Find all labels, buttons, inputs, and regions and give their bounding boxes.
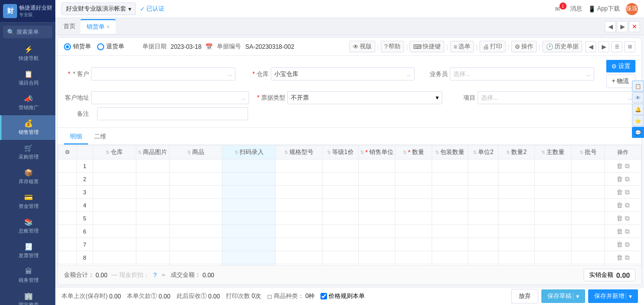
row-7-qty[interactable] bbox=[395, 238, 432, 251]
row-4-img[interactable] bbox=[136, 199, 169, 212]
row-1-main[interactable] bbox=[535, 160, 572, 173]
sidebar-item-tax[interactable]: 🏛 税务管理 bbox=[0, 263, 55, 288]
row-2-pack[interactable] bbox=[432, 173, 468, 186]
note-input[interactable] bbox=[97, 107, 248, 120]
row-8-main[interactable] bbox=[535, 251, 572, 264]
row-6-grade[interactable] bbox=[322, 225, 359, 238]
row-8-qty[interactable] bbox=[395, 251, 432, 264]
row-8-warehouse[interactable] bbox=[93, 251, 136, 264]
row-1-grade[interactable] bbox=[322, 160, 359, 173]
row-5-unit2[interactable] bbox=[468, 212, 498, 225]
company-selector[interactable]: 好业财专业版演示帐套 ▾ bbox=[61, 3, 136, 15]
tab-close-all-btn[interactable]: ✕ bbox=[629, 21, 640, 32]
price-check-input[interactable] bbox=[320, 293, 327, 299]
row-4-qty2[interactable] bbox=[498, 199, 535, 212]
row-2-main[interactable] bbox=[535, 173, 572, 186]
view-btn[interactable]: 👁 视版 bbox=[349, 41, 375, 52]
quick-btn-2[interactable]: 👁 bbox=[632, 92, 644, 103]
save-new-btn[interactable]: 保存并新增 ▾ bbox=[588, 289, 638, 303]
abandon-btn[interactable]: 放弃 bbox=[511, 289, 538, 303]
row-7-import[interactable] bbox=[222, 238, 276, 251]
row-8-pack[interactable] bbox=[432, 251, 468, 264]
tab-prev-btn[interactable]: ◀ bbox=[605, 21, 616, 32]
row-7-copy-btn[interactable]: ⧉ bbox=[625, 241, 629, 249]
row-3-main[interactable] bbox=[535, 186, 572, 199]
row-7-qty2[interactable] bbox=[498, 238, 535, 251]
quick-btn-4[interactable]: ⭐ bbox=[632, 115, 644, 126]
save-draft-dropdown-icon[interactable]: ▾ bbox=[573, 293, 579, 300]
quick-btn-1[interactable]: 📋 bbox=[632, 81, 644, 92]
row-2-spec[interactable] bbox=[276, 173, 323, 186]
tab-sales-order[interactable]: 销货单 × bbox=[80, 19, 116, 34]
row-5-batch[interactable] bbox=[572, 212, 605, 225]
row-4-grade[interactable] bbox=[322, 199, 359, 212]
row-1-import[interactable] bbox=[222, 160, 276, 173]
row-6-unit[interactable] bbox=[359, 225, 395, 238]
sidebar-item-project[interactable]: 📋 项目合同 bbox=[0, 66, 55, 91]
row-8-spec[interactable] bbox=[276, 251, 323, 264]
row-5-unit[interactable] bbox=[359, 212, 395, 225]
row-6-warehouse[interactable] bbox=[93, 225, 136, 238]
row-8-copy-btn[interactable]: ⧉ bbox=[625, 254, 629, 262]
toolbar-list-view-btn[interactable]: ☰ bbox=[611, 41, 622, 52]
row-3-delete-btn[interactable]: 🗑 bbox=[616, 188, 623, 196]
row-6-import[interactable] bbox=[222, 225, 276, 238]
row-3-warehouse[interactable] bbox=[93, 186, 136, 199]
row-3-spec[interactable] bbox=[276, 186, 323, 199]
row-1-qty2[interactable] bbox=[498, 160, 535, 173]
toolbar-grid-view-btn[interactable]: ⊞ bbox=[624, 41, 635, 52]
row-3-batch[interactable] bbox=[572, 186, 605, 199]
row-4-delete-btn[interactable]: 🗑 bbox=[616, 201, 623, 209]
row-1-qty[interactable] bbox=[395, 160, 432, 173]
row-4-qty[interactable] bbox=[395, 199, 432, 212]
radio-return[interactable]: 退货单 bbox=[97, 42, 124, 51]
row-2-delete-btn[interactable]: 🗑 bbox=[616, 175, 623, 183]
th-grade[interactable]: ⇅等级1价 bbox=[322, 145, 359, 160]
row-7-product[interactable] bbox=[169, 238, 222, 251]
row-7-pack[interactable] bbox=[432, 238, 468, 251]
table-tab-detail[interactable]: 明细 bbox=[64, 130, 88, 144]
app-download-btn[interactable]: 📱 App下载 bbox=[588, 5, 620, 13]
row-5-qty2[interactable] bbox=[498, 212, 535, 225]
row-6-unit2[interactable] bbox=[468, 225, 498, 238]
sidebar-item-quick-nav[interactable]: ⚡ 快捷导航 bbox=[0, 41, 55, 66]
th-warehouse[interactable]: ⇅仓库 bbox=[93, 145, 136, 160]
row-6-spec[interactable] bbox=[276, 225, 323, 238]
row-6-copy-btn[interactable]: ⧉ bbox=[625, 227, 629, 236]
toolbar-prev-btn[interactable]: ◀ bbox=[585, 41, 596, 52]
row-8-product[interactable] bbox=[169, 251, 222, 264]
row-7-warehouse[interactable] bbox=[93, 238, 136, 251]
row-8-qty2[interactable] bbox=[498, 251, 535, 264]
table-wrapper[interactable]: ⚙ ⇅仓库 ⇅商品图片 ⇅商品 bbox=[58, 145, 641, 265]
row-5-qty[interactable] bbox=[395, 212, 432, 225]
row-1-spec[interactable] bbox=[276, 160, 323, 173]
row-1-copy-btn[interactable]: ⧉ bbox=[625, 162, 629, 170]
th-img[interactable]: ⇅商品图片 bbox=[136, 145, 169, 160]
th-settings[interactable]: ⚙ bbox=[58, 145, 77, 160]
row-5-pack[interactable] bbox=[432, 212, 468, 225]
row-8-unit2[interactable] bbox=[468, 251, 498, 264]
row-5-delete-btn[interactable]: 🗑 bbox=[616, 214, 623, 222]
th-import[interactable]: ⇅扫码录入 bbox=[222, 145, 276, 160]
shortcut-btn[interactable]: ⌨ 快捷键 bbox=[410, 41, 444, 52]
invoice-select[interactable]: 不开票 ▾ bbox=[287, 91, 442, 104]
row-7-unit2[interactable] bbox=[468, 238, 498, 251]
sidebar-item-marketing[interactable]: 📣 营销推广 bbox=[0, 91, 55, 115]
row-8-batch[interactable] bbox=[572, 251, 605, 264]
row-4-main[interactable] bbox=[535, 199, 572, 212]
row-3-pack[interactable] bbox=[432, 186, 468, 199]
row-1-warehouse[interactable] bbox=[93, 160, 136, 173]
row-4-copy-btn[interactable]: ⧉ bbox=[625, 201, 629, 209]
row-3-qty2[interactable] bbox=[498, 186, 535, 199]
th-pack[interactable]: ⇅包装数量 bbox=[432, 145, 468, 160]
row-1-img[interactable] bbox=[136, 160, 169, 173]
address-input[interactable]: ... bbox=[91, 91, 249, 104]
quick-btn-3[interactable]: 🔔 bbox=[632, 104, 644, 115]
row-1-pack[interactable] bbox=[432, 160, 468, 173]
messages-btn[interactable]: ✉ 1 消息 bbox=[555, 5, 582, 13]
row-2-batch[interactable] bbox=[572, 173, 605, 186]
print-btn[interactable]: 🖨 打印 bbox=[479, 41, 506, 52]
project-input[interactable]: 选择... ... bbox=[477, 91, 635, 104]
sidebar-item-assets[interactable]: 🏢 固定资产 bbox=[0, 288, 55, 305]
row-2-img[interactable] bbox=[136, 173, 169, 186]
